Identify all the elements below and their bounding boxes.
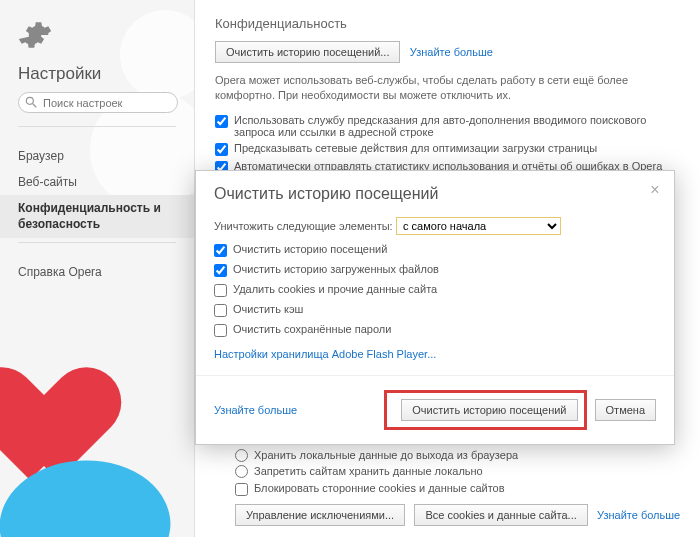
checkbox-input[interactable] [215, 143, 228, 156]
checkbox-label: Блокировать сторонние cookies и данные с… [254, 482, 505, 494]
period-select[interactable]: с самого начала [396, 217, 561, 235]
checkbox-clear-cache[interactable]: Очистить кэш [214, 303, 656, 317]
dialog-title: Очистить историю посещений [214, 185, 656, 203]
svg-point-0 [26, 97, 33, 104]
clear-history-confirm-button[interactable]: Очистить историю посещений [401, 399, 577, 421]
all-cookies-button[interactable]: Все cookies и данные сайта... [414, 504, 587, 526]
checkbox-label: Очистить кэш [233, 303, 303, 315]
gear-icon [18, 18, 52, 52]
sidebar-item-privacy[interactable]: Конфиденциальность и безопасность [0, 195, 194, 238]
checkbox-clear-cookies[interactable]: Удалить cookies и прочие данные сайта [214, 283, 656, 297]
search-wrap [18, 92, 178, 113]
checkbox-clear-downloads[interactable]: Очистить историю загруженных файлов [214, 263, 656, 277]
sidebar-item-websites[interactable]: Веб-сайты [0, 169, 194, 195]
highlight-box: Очистить историю посещений [384, 390, 586, 430]
radio-label: Запретить сайтам хранить данные локально [254, 465, 483, 477]
dialog-header: Очистить историю посещений [196, 171, 674, 213]
checkbox-input[interactable] [214, 304, 227, 317]
services-description: Opera может использовать веб-службы, что… [215, 73, 685, 104]
radio-block-local[interactable]: Запретить сайтам хранить данные локально [235, 465, 700, 478]
svg-line-1 [33, 104, 37, 108]
destroy-label: Уничтожить следующие элементы: [214, 220, 393, 232]
divider [18, 126, 176, 139]
checkbox-clear-history[interactable]: Очистить историю посещений [214, 243, 656, 257]
radio-keep-until-exit[interactable]: Хранить локальные данные до выхода из бр… [235, 449, 700, 462]
checkbox-input[interactable] [214, 244, 227, 257]
cancel-button[interactable]: Отмена [595, 399, 656, 421]
close-icon[interactable]: × [646, 181, 664, 199]
checkbox-label: Использовать службу предсказания для авт… [234, 114, 685, 138]
clear-history-button[interactable]: Очистить историю посещений... [215, 41, 400, 63]
checkbox-input[interactable] [214, 324, 227, 337]
checkbox-clear-passwords[interactable]: Очистить сохранённые пароли [214, 323, 656, 337]
checkbox-prediction[interactable]: Использовать службу предсказания для авт… [215, 114, 685, 138]
sidebar-item-help[interactable]: Справка Opera [0, 259, 194, 285]
search-input[interactable] [18, 92, 178, 113]
checkbox-label: Очистить сохранённые пароли [233, 323, 391, 335]
learn-more-link[interactable]: Узнайте больше [214, 404, 297, 416]
checkbox-preload[interactable]: Предсказывать сетевые действия для оптим… [215, 142, 685, 156]
clear-history-dialog: × Очистить историю посещений Уничтожить … [195, 170, 675, 445]
checkbox-input[interactable] [235, 483, 248, 496]
checkbox-block-3p[interactable]: Блокировать сторонние cookies и данные с… [235, 482, 700, 496]
search-icon [24, 95, 38, 109]
bg-bubble [120, 10, 195, 100]
page-title: Настройки [18, 64, 101, 84]
radio-input[interactable] [235, 449, 248, 462]
sidebar-item-browser[interactable]: Браузер [0, 143, 194, 169]
sidebar-nav: Браузер Веб-сайты Конфиденциальность и б… [0, 122, 194, 285]
checkbox-label: Очистить историю посещений [233, 243, 387, 255]
radio-label: Хранить локальные данные до выхода из бр… [254, 449, 518, 461]
checkbox-label: Предсказывать сетевые действия для оптим… [234, 142, 597, 154]
section-header-privacy: Конфиденциальность [215, 16, 700, 31]
learn-more-link[interactable]: Узнайте больше [597, 509, 680, 521]
checkbox-label: Очистить историю загруженных файлов [233, 263, 439, 275]
checkbox-input[interactable] [214, 264, 227, 277]
checkbox-label: Удалить cookies и прочие данные сайта [233, 283, 437, 295]
radio-input[interactable] [235, 465, 248, 478]
sidebar: Настройки Браузер Веб-сайты Конфиденциал… [0, 0, 195, 537]
checkbox-input[interactable] [214, 284, 227, 297]
dialog-body: Уничтожить следующие элементы: с самого … [196, 213, 674, 375]
dialog-footer: Узнайте больше Очистить историю посещени… [196, 375, 674, 444]
checkbox-input[interactable] [215, 115, 228, 128]
learn-more-link[interactable]: Узнайте больше [410, 46, 493, 58]
divider [18, 242, 176, 255]
manage-exceptions-button[interactable]: Управление исключениями... [235, 504, 405, 526]
flash-settings-link[interactable]: Настройки хранилища Adobe Flash Player..… [214, 348, 436, 360]
